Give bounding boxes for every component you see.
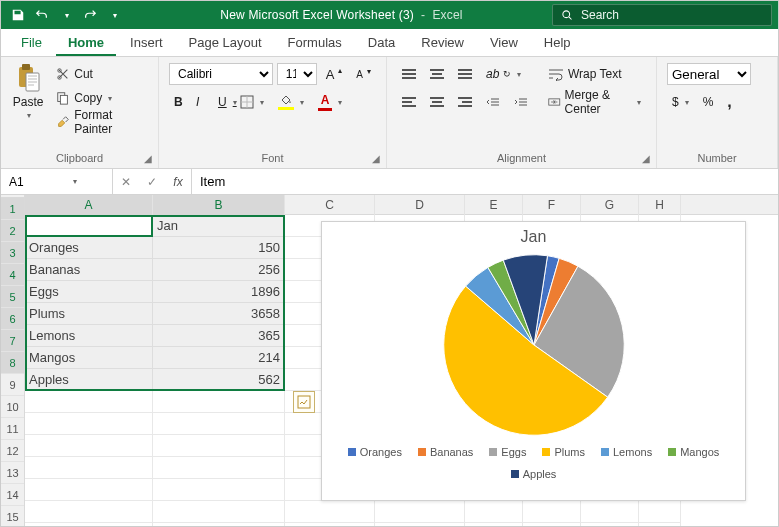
cancel-edit-button[interactable]: ✕ <box>113 175 139 189</box>
cell-b3[interactable]: 256 <box>153 259 285 281</box>
font-color-button[interactable]: A ▾ <box>313 91 347 113</box>
tab-file[interactable]: File <box>9 29 54 56</box>
name-box-input[interactable] <box>7 174 67 190</box>
tab-insert[interactable]: Insert <box>118 29 175 56</box>
percent-format-button[interactable]: % <box>698 91 719 113</box>
search-box[interactable] <box>552 4 772 26</box>
cell-b5[interactable]: 3658 <box>153 303 285 325</box>
col-header-b[interactable]: B <box>153 195 285 215</box>
legend-item-apples[interactable]: Apples <box>511 468 557 480</box>
name-box-dropdown[interactable]: ▾ <box>73 177 77 186</box>
tab-page-layout[interactable]: Page Layout <box>177 29 274 56</box>
legend-item-lemons[interactable]: Lemons <box>601 446 652 458</box>
row-header-11[interactable]: 11 <box>1 418 24 440</box>
row-header-6[interactable]: 6 <box>1 308 24 330</box>
legend-item-plums[interactable]: Plums <box>542 446 585 458</box>
row-header-7[interactable]: 7 <box>1 330 24 352</box>
col-header-h[interactable]: H <box>639 195 681 215</box>
decrease-indent-button[interactable] <box>481 91 505 113</box>
comma-format-button[interactable]: , <box>722 91 736 113</box>
align-bottom-button[interactable] <box>453 63 477 85</box>
paste-button[interactable]: Paste ▾ <box>11 63 45 150</box>
cell-b4[interactable]: 1896 <box>153 281 285 303</box>
row-header-15[interactable]: 15 <box>1 506 24 527</box>
cell-a4[interactable]: Eggs <box>25 281 153 303</box>
cell-b7[interactable]: 214 <box>153 347 285 369</box>
row-header-13[interactable]: 13 <box>1 462 24 484</box>
bold-button[interactable]: B <box>169 91 187 113</box>
cell-grid[interactable]: ItemJan Oranges150 Bananas256 Eggs1896 P… <box>25 215 778 527</box>
row-header-5[interactable]: 5 <box>1 286 24 308</box>
underline-button[interactable]: U▾ <box>213 91 231 113</box>
name-box[interactable]: ▾ <box>1 169 113 194</box>
increase-indent-button[interactable] <box>509 91 533 113</box>
save-icon[interactable] <box>7 4 29 26</box>
accounting-format-button[interactable]: $▾ <box>667 91 694 113</box>
orientation-button[interactable]: ab↻▾ <box>481 63 526 85</box>
align-left-button[interactable] <box>397 91 421 113</box>
borders-button[interactable]: ▾ <box>235 91 269 113</box>
col-header-a[interactable]: A <box>25 195 153 215</box>
font-name-select[interactable]: Calibri <box>169 63 273 85</box>
decrease-font-button[interactable]: A▾ <box>351 63 376 85</box>
cut-button[interactable]: Cut <box>51 63 148 85</box>
embedded-chart[interactable]: Jan OrangesBananasEggsPlumsLemonsMangosA… <box>321 221 746 501</box>
search-input[interactable] <box>579 7 763 23</box>
align-top-button[interactable] <box>397 63 421 85</box>
col-header-g[interactable]: G <box>581 195 639 215</box>
cell-a1[interactable]: Item <box>25 215 153 237</box>
cell-b2[interactable]: 150 <box>153 237 285 259</box>
wrap-text-button[interactable]: Wrap Text <box>543 63 646 85</box>
align-center-button[interactable] <box>425 91 449 113</box>
font-dialog-launcher[interactable]: ◢ <box>370 152 382 164</box>
number-format-select[interactable]: General <box>667 63 751 85</box>
tab-review[interactable]: Review <box>409 29 476 56</box>
legend-item-mangos[interactable]: Mangos <box>668 446 719 458</box>
tab-formulas[interactable]: Formulas <box>276 29 354 56</box>
insert-function-button[interactable]: fx <box>165 175 191 189</box>
confirm-edit-button[interactable]: ✓ <box>139 175 165 189</box>
tab-data[interactable]: Data <box>356 29 407 56</box>
fill-color-button[interactable]: ▾ <box>273 91 309 113</box>
col-header-e[interactable]: E <box>465 195 523 215</box>
legend-item-eggs[interactable]: Eggs <box>489 446 526 458</box>
row-header-2[interactable]: 2 <box>1 220 24 242</box>
col-header-f[interactable]: F <box>523 195 581 215</box>
cell-a8[interactable]: Apples <box>25 369 153 391</box>
increase-font-button[interactable]: A▴ <box>321 63 348 85</box>
clipboard-dialog-launcher[interactable]: ◢ <box>142 152 154 164</box>
row-header-1[interactable]: 1 <box>1 198 24 220</box>
cell-a5[interactable]: Plums <box>25 303 153 325</box>
cell-b8[interactable]: 562 <box>153 369 285 391</box>
undo-button[interactable] <box>31 4 53 26</box>
font-size-select[interactable]: 11 <box>277 63 317 85</box>
row-header-10[interactable]: 10 <box>1 396 24 418</box>
col-header-d[interactable]: D <box>375 195 465 215</box>
qat-customize[interactable]: ▾ <box>103 4 125 26</box>
alignment-dialog-launcher[interactable]: ◢ <box>640 152 652 164</box>
cell-a7[interactable]: Mangos <box>25 347 153 369</box>
col-header-c[interactable]: C <box>285 195 375 215</box>
cell-b1[interactable]: Jan <box>153 215 285 237</box>
tab-view[interactable]: View <box>478 29 530 56</box>
row-header-14[interactable]: 14 <box>1 484 24 506</box>
legend-item-oranges[interactable]: Oranges <box>348 446 402 458</box>
pie-chart[interactable] <box>439 250 629 440</box>
row-header-9[interactable]: 9 <box>1 374 24 396</box>
cell-a3[interactable]: Bananas <box>25 259 153 281</box>
row-header-8[interactable]: 8 <box>1 352 24 374</box>
tab-help[interactable]: Help <box>532 29 583 56</box>
undo-dropdown[interactable]: ▾ <box>55 4 77 26</box>
tab-home[interactable]: Home <box>56 29 116 56</box>
row-header-3[interactable]: 3 <box>1 242 24 264</box>
quick-analysis-button[interactable] <box>293 391 315 413</box>
italic-button[interactable]: I <box>191 91 209 113</box>
format-painter-button[interactable]: Format Painter <box>51 111 148 133</box>
align-right-button[interactable] <box>453 91 477 113</box>
copy-button[interactable]: Copy ▾ <box>51 87 148 109</box>
row-header-12[interactable]: 12 <box>1 440 24 462</box>
cell-b6[interactable]: 365 <box>153 325 285 347</box>
cell-a2[interactable]: Oranges <box>25 237 153 259</box>
chart-title[interactable]: Jan <box>322 222 745 246</box>
legend-item-bananas[interactable]: Bananas <box>418 446 473 458</box>
